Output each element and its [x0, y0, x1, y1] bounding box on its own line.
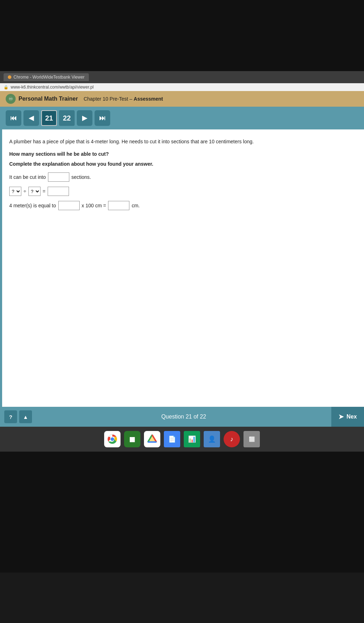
dropdown-2[interactable]: ? — [28, 187, 41, 196]
tab-label: Chrome - WorldWideTestbank Viewer — [14, 75, 85, 80]
answer-prefix-1: It can be cut into — [9, 174, 46, 180]
page-22-button[interactable]: 22 — [59, 110, 75, 126]
answer-suffix-1: sections. — [71, 174, 91, 180]
answer-row-2: ? ÷ ? = — [9, 187, 357, 196]
lock-icon: 🔒 — [4, 85, 9, 90]
next-label: Nex — [347, 414, 357, 420]
answer-row-3: 4 meter(s) is equal to x 100 cm = cm. — [9, 201, 357, 210]
app-header: ♾ Personal Math Trainer Chapter 10 Pre-T… — [0, 91, 364, 107]
next-button[interactable]: ➤ Nex — [331, 407, 364, 427]
address-bar[interactable]: 🔒 www-k6.thinkcentral.com/wwtb/api/viewe… — [0, 83, 364, 91]
question-counter: Question 21 of 22 — [36, 414, 331, 420]
taskbar-drive-icon[interactable] — [144, 431, 160, 447]
meters-input[interactable] — [58, 201, 80, 210]
svg-point-1 — [111, 437, 114, 441]
cm-result-input[interactable] — [108, 201, 129, 210]
prev-page-button[interactable]: ◀ — [23, 110, 39, 126]
next-page-button[interactable]: ▶ — [77, 110, 92, 126]
taskbar-sheets-icon[interactable]: 📊 — [184, 431, 200, 447]
taskbar: ◼ 📄 📊 👤 ♪ ⬜ — [0, 427, 364, 452]
bottom-dark-area — [0, 452, 364, 573]
times-100-label: x 100 cm = — [82, 203, 106, 208]
logo-icon: ♾ — [6, 94, 16, 104]
app-name: Personal Math Trainer — [18, 96, 78, 102]
taskbar-user-icon[interactable]: 👤 — [204, 431, 220, 447]
browser-tab[interactable]: Chrome - WorldWideTestbank Viewer — [4, 73, 89, 81]
taskbar-docs-icon[interactable]: 📄 — [164, 431, 180, 447]
divide-sign: ÷ — [23, 188, 26, 194]
last-page-button[interactable]: ⏭ — [95, 110, 110, 126]
dropdown-1[interactable]: ? — [9, 187, 21, 196]
chapter-label: Chapter 10 Pre-Test – Assessment — [84, 96, 163, 102]
taskbar-grey-icon[interactable]: ⬜ — [243, 431, 260, 447]
answer-suffix-3: cm. — [132, 203, 140, 208]
app-logo: ♾ Personal Math Trainer — [6, 94, 78, 104]
taskbar-chrome-icon[interactable] — [104, 431, 121, 447]
equation-result-input[interactable] — [48, 187, 69, 196]
sections-input[interactable] — [48, 172, 69, 182]
navigation-toolbar: ⏮ ◀ 21 22 ▶ ⏭ — [0, 107, 364, 129]
browser-tab-bar: Chrome - WorldWideTestbank Viewer — [0, 71, 364, 83]
equals-sign: = — [43, 188, 46, 194]
main-content-area: A plumber has a piece of pipe that is 4-… — [0, 129, 364, 407]
top-dark-area — [0, 0, 364, 71]
question-instruction: Complete the explanation about how you f… — [9, 161, 357, 167]
answer-row-1: It can be cut into sections. — [9, 172, 357, 182]
page-21-button[interactable]: 21 — [41, 110, 57, 126]
help-button[interactable]: ? — [4, 410, 17, 423]
answer-prefix-3: 4 meter(s) is equal to — [9, 203, 56, 208]
footer-bar: ? ▲ Question 21 of 22 ➤ Nex — [0, 407, 364, 427]
flag-button[interactable]: ▲ — [19, 410, 32, 423]
url-text: www-k6.thinkcentral.com/wwtb/api/viewer.… — [11, 85, 93, 90]
tab-favicon — [8, 75, 11, 79]
taskbar-red-icon[interactable]: ♪ — [224, 431, 240, 447]
next-arrow-icon: ➤ — [338, 413, 344, 421]
taskbar-green-app-icon[interactable]: ◼ — [124, 431, 140, 447]
first-page-button[interactable]: ⏮ — [6, 110, 21, 126]
footer-left: ? ▲ — [0, 410, 36, 423]
question-sub: How many sections will he be able to cut… — [9, 151, 357, 157]
question-text: A plumber has a piece of pipe that is 4-… — [9, 138, 357, 145]
